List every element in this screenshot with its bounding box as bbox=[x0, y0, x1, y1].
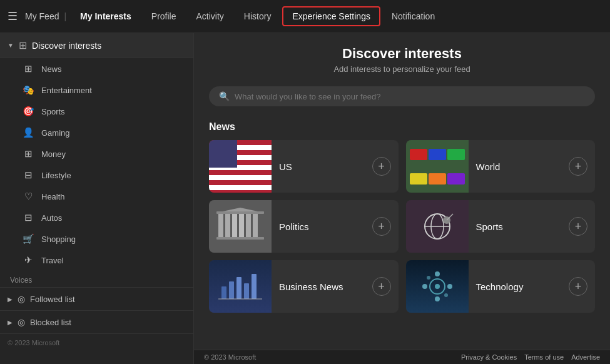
business-card-label: Business News bbox=[272, 281, 372, 292]
page-footer: © 2023 Microsoft Privacy & Cookies Terms… bbox=[194, 350, 610, 364]
sidebar-item-label-travel: Travel bbox=[41, 256, 64, 265]
politics-add-button[interactable]: + bbox=[372, 217, 391, 236]
interest-card-sports[interactable]: Sports + bbox=[406, 200, 596, 253]
sports-image bbox=[406, 200, 469, 253]
world-add-button[interactable]: + bbox=[569, 157, 587, 176]
search-input[interactable] bbox=[235, 92, 585, 101]
voices-label: Voices bbox=[0, 271, 193, 287]
sidebar-item-label-lifestyle: Lifestyle bbox=[41, 171, 71, 180]
svg-rect-6 bbox=[216, 211, 264, 214]
blocked-list-label: Blocked list bbox=[30, 318, 71, 327]
sidebar-item-label-gaming: Gaming bbox=[41, 128, 70, 138]
sidebar: ▼ ⊞ Discover interests ⊞ News 🎭 Entertai… bbox=[0, 33, 194, 364]
sidebar-discover-header[interactable]: ▼ ⊞ Discover interests bbox=[0, 33, 193, 58]
sidebar-item-shopping[interactable]: 🛒 Shopping bbox=[0, 228, 193, 250]
sidebar-item-money[interactable]: ⊞ Money bbox=[0, 143, 193, 164]
svg-point-26 bbox=[427, 276, 430, 280]
money-icon: ⊞ bbox=[23, 148, 34, 159]
top-nav: ☰ My Feed | My Interests Profile Activit… bbox=[0, 0, 610, 33]
us-card-label: US bbox=[272, 161, 372, 172]
content-area: Discover interests Add interests to pers… bbox=[194, 33, 610, 364]
health-icon: ♡ bbox=[23, 191, 34, 202]
tech-card-label: Technology bbox=[469, 281, 569, 292]
lifestyle-icon: ⊟ bbox=[23, 169, 34, 181]
sidebar-item-travel[interactable]: ✈ Travel bbox=[0, 250, 193, 271]
sidebar-item-sports[interactable]: 🎯 Sports bbox=[0, 101, 193, 122]
shopping-icon: 🛒 bbox=[23, 233, 34, 245]
svg-point-21 bbox=[435, 284, 440, 289]
sidebar-item-health[interactable]: ♡ Health bbox=[0, 186, 193, 207]
nav-item-my-interests[interactable]: My Interests bbox=[71, 8, 140, 25]
sports-icon: 🎯 bbox=[23, 106, 34, 117]
nav-item-activity[interactable]: Activity bbox=[188, 8, 233, 25]
sidebar-blocked-list[interactable]: ▶ ◎ Blocked list bbox=[0, 310, 193, 333]
followed-list-label: Followed list bbox=[30, 295, 75, 304]
followed-arrow: ▶ bbox=[8, 296, 13, 303]
footer-terms-link[interactable]: Terms of use bbox=[524, 353, 564, 361]
search-bar[interactable]: 🔍 bbox=[209, 86, 595, 106]
svg-rect-5 bbox=[253, 213, 258, 238]
footer-advertise-link[interactable]: Advertise bbox=[571, 353, 600, 361]
travel-icon: ✈ bbox=[23, 255, 34, 266]
svg-rect-3 bbox=[239, 211, 244, 238]
interest-card-us[interactable]: US + bbox=[209, 140, 399, 193]
news-icon: ⊞ bbox=[23, 63, 34, 74]
sidebar-item-label-news: News bbox=[41, 64, 62, 74]
discover-header: Discover interests Add interests to pers… bbox=[209, 46, 595, 74]
followed-icon: ◎ bbox=[18, 294, 25, 304]
sidebar-item-gaming[interactable]: 👤 Gaming bbox=[0, 122, 193, 143]
svg-rect-18 bbox=[252, 274, 257, 299]
main-layout: ▼ ⊞ Discover interests ⊞ News 🎭 Entertai… bbox=[0, 33, 610, 364]
world-card-label: World bbox=[469, 161, 569, 172]
svg-point-25 bbox=[447, 284, 452, 289]
nav-item-experience-settings[interactable]: Experience Settings bbox=[282, 6, 380, 26]
discover-section-label: Discover interests bbox=[32, 41, 101, 51]
politics-card-label: Politics bbox=[272, 221, 372, 232]
sidebar-item-autos[interactable]: ⊟ Autos bbox=[0, 207, 193, 228]
gaming-icon: 👤 bbox=[23, 127, 34, 138]
svg-rect-2 bbox=[232, 211, 237, 238]
news-section-label: News bbox=[209, 121, 595, 133]
news-interests-grid: US + World + bbox=[209, 140, 595, 313]
sports-add-button[interactable]: + bbox=[569, 217, 587, 236]
sidebar-item-entertainment[interactable]: 🎭 Entertainment bbox=[0, 79, 193, 101]
nav-divider: | bbox=[64, 11, 66, 21]
sidebar-item-label-entertainment: Entertainment bbox=[41, 86, 92, 95]
svg-rect-7 bbox=[216, 237, 264, 240]
tech-add-button[interactable]: + bbox=[569, 277, 587, 296]
interest-card-world[interactable]: World + bbox=[406, 140, 596, 193]
svg-rect-16 bbox=[236, 277, 241, 299]
svg-rect-1 bbox=[225, 213, 230, 238]
footer-privacy-link[interactable]: Privacy & Cookies bbox=[461, 353, 517, 361]
interest-card-technology[interactable]: Technology + bbox=[406, 260, 596, 313]
interest-card-politics[interactable]: Politics + bbox=[209, 200, 399, 253]
nav-item-profile[interactable]: Profile bbox=[143, 8, 185, 25]
autos-icon: ⊟ bbox=[23, 212, 34, 223]
sidebar-footer: © 2023 Microsoft bbox=[0, 333, 193, 351]
interest-card-business[interactable]: Business News + bbox=[209, 260, 399, 313]
blocked-arrow: ▶ bbox=[8, 319, 13, 326]
nav-item-history[interactable]: History bbox=[235, 8, 280, 25]
us-add-button[interactable]: + bbox=[372, 157, 391, 176]
svg-rect-0 bbox=[218, 213, 223, 238]
svg-point-23 bbox=[435, 296, 440, 301]
svg-point-22 bbox=[435, 271, 440, 276]
svg-marker-8 bbox=[223, 208, 258, 211]
business-image bbox=[209, 260, 272, 313]
svg-point-27 bbox=[444, 293, 448, 297]
sidebar-item-news[interactable]: ⊞ News bbox=[0, 58, 193, 79]
sports-card-label: Sports bbox=[469, 221, 569, 232]
us-flag-image bbox=[209, 140, 272, 193]
nav-brand[interactable]: My Feed bbox=[25, 11, 59, 21]
svg-rect-15 bbox=[229, 281, 234, 299]
nav-item-notification[interactable]: Notification bbox=[383, 8, 444, 25]
sidebar-followed-list[interactable]: ▶ ◎ Followed list bbox=[0, 287, 193, 310]
business-add-button[interactable]: + bbox=[372, 277, 391, 296]
world-image bbox=[406, 140, 469, 193]
sidebar-item-label-shopping: Shopping bbox=[41, 235, 76, 244]
svg-rect-17 bbox=[244, 283, 249, 299]
sidebar-item-lifestyle[interactable]: ⊟ Lifestyle bbox=[0, 164, 193, 186]
hamburger-icon[interactable]: ☰ bbox=[8, 9, 18, 23]
sidebar-item-label-sports: Sports bbox=[41, 107, 65, 116]
politics-image bbox=[209, 200, 272, 253]
